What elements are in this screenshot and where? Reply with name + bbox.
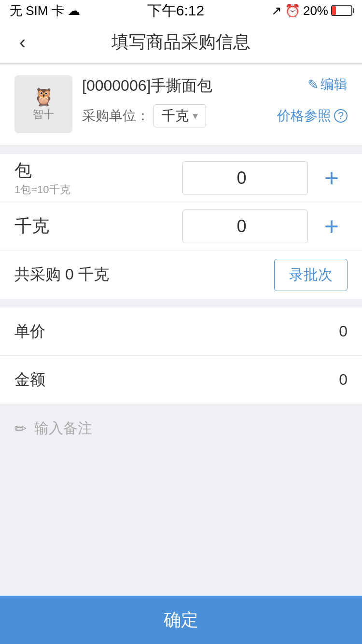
bao-input-right: + xyxy=(72,161,348,195)
signal-text: 无 SIM 卡 ☁ xyxy=(10,2,80,19)
unit-selector[interactable]: 千克 ▾ xyxy=(153,104,206,127)
edit-button[interactable]: ✎ 编辑 xyxy=(307,75,348,94)
product-card: 🦉 智十 [0000006]手撕面包 ✎ 编辑 采购单位： 千克 xyxy=(0,64,362,145)
bao-sub-label: 1包=10千克 xyxy=(14,182,72,197)
unit-value: 千克 xyxy=(162,107,189,125)
status-bar: 无 SIM 卡 ☁ 下午6:12 ↗ ⏰ 20% xyxy=(0,0,362,21)
total-row: 共采购 0 千克 录批次 xyxy=(0,251,362,299)
status-time: 下午6:12 xyxy=(147,1,204,21)
unit-price-value: 0 xyxy=(339,322,348,340)
location-icon: ↗ xyxy=(271,3,282,18)
battery-text: 20% xyxy=(303,3,328,18)
unit-price-row: 单价 0 xyxy=(0,308,362,356)
bao-plus-button[interactable]: + xyxy=(316,162,348,194)
product-unit-row: 采购单位： 千克 ▾ 价格参照 ? xyxy=(82,104,348,127)
kg-input-row: 千克 + xyxy=(0,202,362,251)
product-header: [0000006]手撕面包 ✎ 编辑 xyxy=(82,75,348,97)
pencil-icon: ✏ xyxy=(14,420,27,437)
section-divider-2 xyxy=(0,299,362,308)
nav-bar: ‹ 填写商品采购信息 xyxy=(0,21,362,64)
kg-label: 千克 xyxy=(14,214,72,238)
alarm-icon: ⏰ xyxy=(285,3,300,18)
amount-value: 0 xyxy=(339,371,348,389)
kg-input-right: + xyxy=(72,210,348,243)
bao-label-group: 包 1包=10千克 xyxy=(14,159,72,197)
product-name: [0000006]手撕面包 xyxy=(82,75,212,97)
kg-plus-button[interactable]: + xyxy=(316,210,348,242)
status-left: 无 SIM 卡 ☁ xyxy=(10,2,80,19)
section-divider-1 xyxy=(0,145,362,154)
kg-qty-input[interactable] xyxy=(182,210,308,243)
amount-row: 金额 0 xyxy=(0,356,362,404)
product-thumbnail: 🦉 智十 xyxy=(14,75,72,133)
bao-qty-input[interactable] xyxy=(182,161,308,195)
input-section: 包 1包=10千克 + 千克 + xyxy=(0,154,362,251)
price-ref-button[interactable]: 价格参照 ? xyxy=(277,107,348,125)
page-title: 填写商品采购信息 xyxy=(111,30,251,54)
product-info: [0000006]手撕面包 ✎ 编辑 采购单位： 千克 ▾ 价格参照 ? xyxy=(82,75,348,127)
battery-icon xyxy=(331,5,352,16)
product-logo: 🦉 智十 xyxy=(33,87,55,122)
amount-label: 金额 xyxy=(14,369,45,391)
remark-placeholder: 输入备注 xyxy=(34,419,92,438)
confirm-button[interactable]: 确定 xyxy=(0,596,362,644)
dropdown-arrow-icon: ▾ xyxy=(193,110,198,122)
info-icon: ? xyxy=(334,109,348,123)
remark-section[interactable]: ✏ 输入备注 xyxy=(0,404,362,452)
total-text: 共采购 0 千克 xyxy=(14,264,109,285)
info-section: 单价 0 金额 0 xyxy=(0,308,362,404)
batch-button[interactable]: 录批次 xyxy=(274,259,348,291)
empty-space xyxy=(0,452,362,616)
kg-label-group: 千克 xyxy=(14,214,72,238)
bao-input-row: 包 1包=10千克 + xyxy=(0,154,362,202)
back-button[interactable]: ‹ xyxy=(14,27,30,58)
edit-icon: ✎ xyxy=(307,77,319,93)
bao-label: 包 xyxy=(14,159,72,182)
status-right: ↗ ⏰ 20% xyxy=(271,3,352,18)
unit-price-label: 单价 xyxy=(14,321,45,342)
unit-label: 采购单位： xyxy=(82,107,150,125)
